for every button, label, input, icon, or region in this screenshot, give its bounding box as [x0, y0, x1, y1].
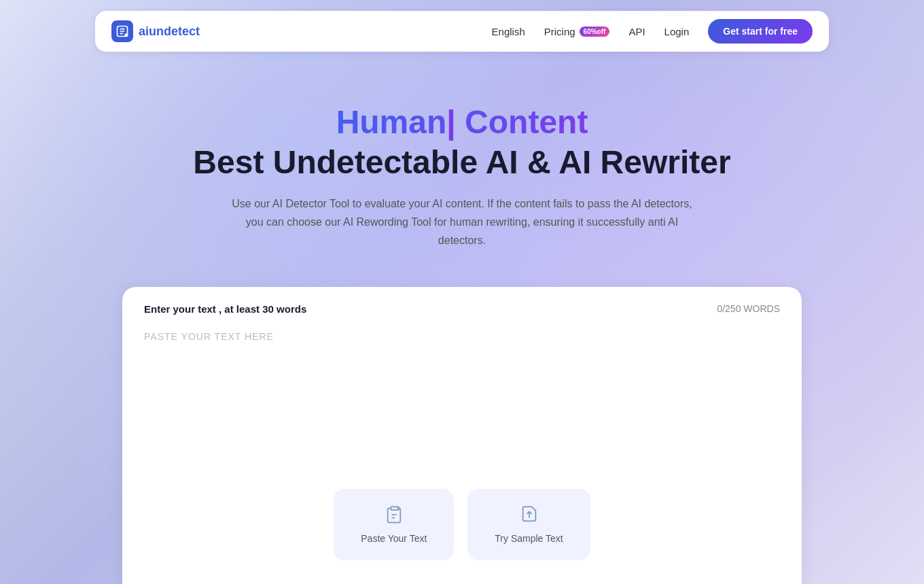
text-area-wrapper[interactable]: PASTE YOUR TEXT HERE [122, 326, 802, 462]
hero-subtitle: Use our AI Detector Tool to evaluate you… [231, 194, 693, 250]
nav-login[interactable]: Login [664, 26, 690, 37]
get-start-button[interactable]: Get start for free [708, 19, 813, 44]
editor-card: Enter your text , at least 30 words 0/25… [122, 287, 802, 584]
hero-title-black: Best Undetectable AI & AI Rewriter [14, 143, 910, 181]
sample-button[interactable]: Try Sample Text [467, 489, 590, 560]
navbar: aiundetect English Pricing 60%off API Lo… [95, 11, 829, 52]
hero-section: Human| Content Best Undetectable AI & AI… [0, 63, 924, 271]
paste-button-label: Paste Your Text [361, 533, 427, 544]
nav-pricing[interactable]: Pricing 60%off [544, 26, 610, 37]
sample-button-label: Try Sample Text [495, 533, 563, 544]
paste-icon [385, 505, 404, 526]
nav-links: English Pricing 60%off API Login Get sta… [492, 19, 813, 44]
sample-icon [520, 505, 539, 526]
pricing-badge: 60%off [580, 27, 610, 37]
card-header: Enter your text , at least 30 words 0/25… [122, 287, 802, 326]
svg-point-1 [124, 33, 128, 37]
hero-title-gradient: Human| Content [336, 104, 588, 140]
word-count: 0/250 WORDS [717, 303, 780, 314]
placeholder-text: PASTE YOUR TEXT HERE [144, 326, 780, 347]
paste-button[interactable]: Paste Your Text [334, 489, 454, 560]
logo-icon [111, 20, 133, 42]
logo[interactable]: aiundetect [111, 20, 200, 42]
logo-text: aiundetect [139, 24, 200, 39]
nav-api[interactable]: API [628, 26, 645, 37]
editor-label: Enter your text , at least 30 words [144, 303, 306, 315]
nav-english[interactable]: English [492, 26, 525, 37]
action-buttons: Paste Your Text Try Sample Text [122, 462, 802, 584]
